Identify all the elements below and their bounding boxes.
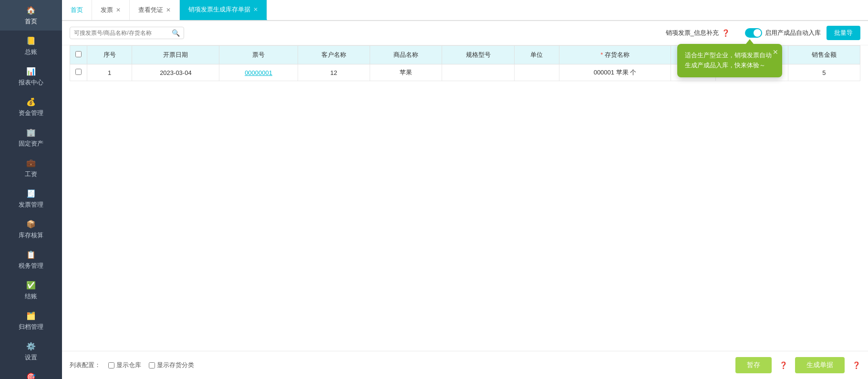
info-supplement-label: 销项发票_信息补充: [666, 29, 719, 37]
search-input-wrap[interactable]: 🔍: [70, 27, 184, 39]
batch-button[interactable]: 批量导: [827, 26, 860, 40]
sidebar-label-inventory: 库存核算: [19, 231, 43, 240]
sidebar-label-settlement: 结账: [25, 292, 37, 301]
filter-center: 销项发票_信息补充 ❓: [666, 29, 730, 37]
search-input[interactable]: [74, 30, 169, 36]
filter-bar: 🔍 销项发票_信息补充 ❓ 启用产成品自动入库 批量导 ✕ 适合生产型企业，销项…: [62, 21, 868, 45]
sidebar-item-home[interactable]: 🏠 首页: [0, 0, 62, 31]
col-header-product: 商品名称: [370, 46, 442, 64]
search-icon: 🔍: [172, 29, 180, 37]
col-header-amount: 销售金额: [788, 46, 860, 64]
toggle-wrap: 启用产成品自动入库: [745, 28, 821, 38]
show-warehouse-label: 显示仓库: [116, 361, 141, 369]
tab-close-cancel-invoice-tab[interactable]: ✕: [253, 6, 258, 13]
sidebar-icon-invoice-management: 🧾: [26, 188, 36, 199]
toggle-label: 启用产成品自动入库: [765, 29, 821, 37]
sidebar-label-home: 首页: [25, 17, 37, 26]
sidebar-label-tax-management: 税务管理: [19, 262, 43, 270]
tab-label-cancel-invoice-tab: 销项发票生成库存单据: [188, 5, 250, 14]
sidebar-item-archive[interactable]: 🗂️ 归档管理: [0, 305, 62, 336]
select-all-checkbox[interactable]: [75, 51, 82, 57]
col-header-unit: 单位: [514, 46, 559, 64]
show-warehouse-item[interactable]: 显示仓库: [108, 361, 141, 369]
sidebar-item-inventory[interactable]: 📦 库存核算: [0, 214, 62, 244]
sidebar-item-tax-management[interactable]: 📋 税务管理: [0, 244, 62, 275]
tab-home-tab[interactable]: 首页: [62, 0, 92, 20]
col-header-spec: 规格型号: [442, 46, 514, 64]
sidebar-item-settings[interactable]: ⚙️ 设置: [0, 336, 62, 367]
tooltip-popup: ✕ 适合生产型企业，销项发票自动生成产成品入库，快来体验～: [677, 44, 782, 77]
sidebar-item-fund-management[interactable]: 💰 资金管理: [0, 92, 62, 122]
tooltip-text: 适合生产型企业，销项发票自动生成产成品入库，快来体验～: [685, 52, 772, 69]
tab-close-view-voucher-tab[interactable]: ✕: [166, 7, 171, 13]
sidebar-icon-home: 🏠: [26, 5, 36, 15]
cell-spec-0: [442, 64, 514, 81]
sidebar-item-fixed-assets[interactable]: 🏢 固定资产: [0, 122, 62, 153]
save-help-icon[interactable]: ❓: [779, 361, 787, 369]
bottom-bar: 列表配置： 显示仓库 显示存货分类 暂存 ❓ 生成单据 ❓: [62, 351, 868, 379]
sidebar-icon-general-ledger: 📒: [26, 35, 36, 46]
tab-invoice-tab[interactable]: 发票✕: [92, 0, 130, 20]
list-config-label: 列表配置：: [70, 361, 101, 369]
sidebar-icon-guide: 🎯: [26, 371, 36, 379]
cell-number-0[interactable]: 00000001: [219, 64, 298, 81]
sidebar-icon-archive: 🗂️: [26, 310, 36, 321]
col-header-date: 开票日期: [132, 46, 219, 64]
cell-inventory-0: 000001 苹果 个: [559, 64, 671, 81]
sidebar-icon-tax-management: 📋: [26, 249, 36, 260]
tab-view-voucher-tab[interactable]: 查看凭证✕: [130, 0, 180, 20]
tab-label-view-voucher-tab: 查看凭证: [138, 6, 163, 14]
show-inventory-category-item[interactable]: 显示存货分类: [149, 361, 194, 369]
info-help-icon[interactable]: ❓: [722, 29, 730, 37]
table-wrap: 序号开票日期票号客户名称商品名称规格型号单位存货名称数量销售单价销售金额 120…: [62, 45, 868, 351]
cell-date-0: 2023-03-04: [132, 64, 219, 81]
cell-product-0: 苹果: [370, 64, 442, 81]
main-area: 首页发票✕查看凭证✕销项发票生成库存单据✕ 🔍 销项发票_信息补充 ❓ 启用产成…: [62, 0, 868, 379]
sidebar-item-settlement[interactable]: ✅ 结账: [0, 275, 62, 305]
tab-close-invoice-tab[interactable]: ✕: [116, 7, 121, 13]
sidebar-icon-payroll: 💼: [26, 158, 36, 168]
sidebar-label-fixed-assets: 固定资产: [19, 139, 43, 148]
sidebar: 🏠 首页 📒 总账 📊 报表中心 💰 资金管理 🏢 固定资产 💼 工资 🧾 发票…: [0, 0, 62, 379]
sidebar-item-report-center[interactable]: 📊 报表中心: [0, 61, 62, 92]
sidebar-label-invoice-management: 发票管理: [19, 200, 43, 209]
tab-bar: 首页发票✕查看凭证✕销项发票生成库存单据✕: [62, 0, 868, 21]
invoice-number-link-0[interactable]: 00000001: [245, 69, 272, 76]
cell-unit-0: [514, 64, 559, 81]
sidebar-icon-settlement: ✅: [26, 280, 36, 290]
cell-seq-0: 1: [87, 64, 132, 81]
cell-amount-0: 5: [788, 64, 860, 81]
save-button[interactable]: 暂存: [735, 357, 772, 373]
auto-import-toggle[interactable]: [745, 28, 762, 38]
sidebar-icon-settings: ⚙️: [26, 341, 36, 351]
sidebar-icon-fund-management: 💰: [26, 96, 36, 107]
show-inventory-category-checkbox[interactable]: [149, 362, 155, 368]
sidebar-item-invoice-management[interactable]: 🧾 发票管理: [0, 183, 62, 214]
sidebar-label-settings: 设置: [25, 353, 37, 362]
sidebar-item-general-ledger[interactable]: 📒 总账: [0, 31, 62, 61]
sidebar-icon-fixed-assets: 🏢: [26, 127, 36, 137]
sidebar-item-guide[interactable]: 🎯 新手引导: [0, 367, 62, 379]
col-header-number: 票号: [219, 46, 298, 64]
sidebar-label-payroll: 工资: [25, 170, 37, 179]
col-header-customer: 客户名称: [298, 46, 370, 64]
cell-checkbox-0: [70, 64, 87, 81]
sidebar-label-general-ledger: 总账: [25, 48, 37, 56]
sidebar-label-report-center: 报表中心: [19, 78, 43, 87]
row-checkbox-0[interactable]: [75, 69, 82, 75]
tab-cancel-invoice-tab[interactable]: 销项发票生成库存单据✕: [180, 0, 267, 20]
tooltip-close-button[interactable]: ✕: [773, 47, 778, 57]
generate-button[interactable]: 生成单据: [795, 357, 845, 373]
sidebar-icon-inventory: 📦: [26, 219, 36, 229]
sidebar-label-fund-management: 资金管理: [19, 109, 43, 117]
generate-help-icon[interactable]: ❓: [852, 361, 860, 369]
col-header-inventory: 存货名称: [559, 46, 671, 64]
sidebar-label-archive: 归档管理: [19, 323, 43, 331]
show-inventory-category-label: 显示存货分类: [157, 361, 194, 369]
tab-label-invoice-tab: 发票: [101, 6, 113, 14]
cell-customer-0: 12: [298, 64, 370, 81]
content-area: 🔍 销项发票_信息补充 ❓ 启用产成品自动入库 批量导 ✕ 适合生产型企业，销项…: [62, 21, 868, 379]
sidebar-item-payroll[interactable]: 💼 工资: [0, 153, 62, 183]
show-warehouse-checkbox[interactable]: [108, 362, 114, 368]
sidebar-icon-report-center: 📊: [26, 66, 36, 76]
